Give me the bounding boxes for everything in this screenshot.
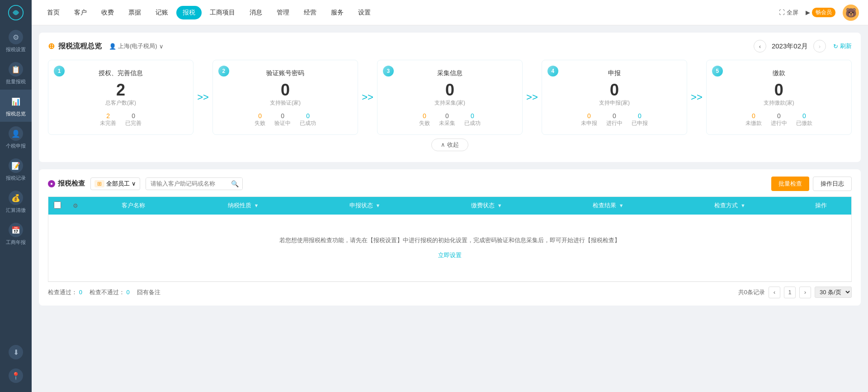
tax-check-section: ● 报税检查 ⊞ 全部员工 ∨ 🔍 批量检查 操作日志 bbox=[39, 169, 861, 306]
search-button[interactable]: 🔍 bbox=[227, 178, 242, 190]
next-page-button[interactable]: › bbox=[799, 287, 811, 298]
stat-label: 验证中 bbox=[274, 120, 291, 127]
step-title-2: 验证账号密码 bbox=[220, 69, 350, 77]
step-title-4: 申报 bbox=[549, 69, 679, 77]
pagination: 共0条记录 ‹ 1 › 30 条/页 bbox=[738, 287, 852, 298]
location-chevron-icon: ∨ bbox=[159, 43, 164, 50]
nav-item-message[interactable]: 消息 bbox=[243, 6, 269, 19]
step-stats-1: 2 未完善 0 已完善 bbox=[56, 112, 186, 127]
step-stat-5-0: 0 未缴款 bbox=[745, 112, 762, 127]
filter-icon-1[interactable]: ▼ bbox=[254, 203, 259, 208]
stat-label: 已缴款 bbox=[796, 120, 812, 127]
current-page: 1 bbox=[784, 287, 796, 298]
fail-value[interactable]: 0 bbox=[126, 289, 129, 296]
sidebar-item-tax-settings[interactable]: ⚙ 报税设置 bbox=[0, 25, 32, 57]
select-all-checkbox[interactable] bbox=[54, 201, 61, 209]
sidebar-item-location[interactable]: 📍 bbox=[0, 364, 32, 387]
header-check-result-label: 检查结果 bbox=[593, 202, 616, 209]
pass-label: 检查通过： bbox=[48, 289, 77, 296]
nav-item-home[interactable]: 首页 bbox=[41, 6, 66, 19]
nav-item-business[interactable]: 工商项目 bbox=[203, 6, 241, 19]
stat-label: 未申报 bbox=[581, 120, 597, 127]
nav-item-accounting[interactable]: 记账 bbox=[149, 6, 175, 19]
fullscreen-button[interactable]: ⛶ 全屏 bbox=[779, 9, 798, 17]
stat-value: 0 bbox=[606, 112, 623, 120]
sidebar-item-personal-tax[interactable]: 👤 个税申报 bbox=[0, 122, 32, 154]
nav-item-invoice[interactable]: 票据 bbox=[122, 6, 147, 19]
search-input[interactable] bbox=[146, 178, 227, 189]
nav-right: ⛶ 全屏 ▶ 畅会员 🐻 bbox=[779, 5, 859, 21]
app-logo[interactable] bbox=[0, 0, 32, 25]
step-stats-2: 0 失败 0 验证中 0 已成功 bbox=[220, 112, 350, 127]
stat-value: 0 bbox=[125, 112, 142, 120]
flow-card-header: ⊕ 报税流程总览 👤 上海(电子税局) ∨ ‹ 2023年02月 › ↻ 刷新 bbox=[48, 40, 852, 53]
nav-item-client[interactable]: 客户 bbox=[68, 6, 93, 19]
check-title-text: 报税检查 bbox=[58, 179, 85, 188]
refresh-button[interactable]: ↻ 刷新 bbox=[833, 42, 852, 50]
sidebar-item-batch-tax[interactable]: 📋 批量报税 bbox=[0, 57, 32, 90]
sidebar-item-settlement[interactable]: 💰 汇算清缴 bbox=[0, 186, 32, 218]
tax-settings-icon: ⚙ bbox=[9, 30, 23, 44]
setup-link[interactable]: 立即设置 bbox=[438, 252, 462, 258]
prev-page-button[interactable]: ‹ bbox=[769, 287, 780, 298]
step-num-2: 2 bbox=[218, 66, 229, 76]
refresh-label: 刷新 bbox=[840, 42, 852, 50]
header-client-label: 客户名称 bbox=[122, 202, 145, 209]
next-month-button[interactable]: › bbox=[813, 40, 826, 53]
prev-month-button[interactable]: ‹ bbox=[754, 40, 766, 53]
filter-icon-2[interactable]: ▼ bbox=[376, 203, 381, 208]
batch-check-button[interactable]: 批量检查 bbox=[771, 177, 809, 191]
collapse-button[interactable]: ∧ 收起 bbox=[431, 139, 468, 151]
table-settings-icon[interactable]: ⚙ bbox=[73, 202, 78, 209]
arrow-4: >> bbox=[687, 60, 706, 135]
collapse-label: 收起 bbox=[447, 141, 459, 149]
sidebar-item-label: 汇算清缴 bbox=[6, 207, 26, 214]
sidebar-item-tax-overview[interactable]: 📊 报税总览 bbox=[0, 90, 32, 122]
header-declare-status: 申报状态 ▼ bbox=[304, 197, 426, 215]
nav-item-operations[interactable]: 经营 bbox=[297, 6, 323, 19]
tax-record-icon: 📝 bbox=[9, 158, 23, 173]
step-count-5: 0 bbox=[714, 81, 844, 99]
check-title: ● 报税检查 bbox=[48, 179, 85, 188]
per-page-select[interactable]: 30 条/页 bbox=[815, 287, 852, 298]
nav-item-settings[interactable]: 设置 bbox=[352, 6, 377, 19]
staff-badge: ⊞ bbox=[94, 180, 104, 187]
sidebar-item-tax-record[interactable]: 📝 报税记录 bbox=[0, 154, 32, 186]
filter-icon-4[interactable]: ▼ bbox=[619, 203, 624, 208]
stat-value: 0 bbox=[274, 112, 291, 120]
user-avatar[interactable]: 🐻 bbox=[843, 5, 859, 21]
note-label: 囧有备注 bbox=[137, 288, 160, 296]
stat-value: 2 bbox=[100, 112, 116, 120]
nav-item-tax[interactable]: 报税 bbox=[176, 6, 202, 19]
staff-label: 全部员工 bbox=[106, 180, 130, 188]
log-button[interactable]: 操作日志 bbox=[813, 177, 852, 191]
sidebar-item-annual-report[interactable]: 📅 工商年报 bbox=[0, 218, 32, 250]
nav-item-service[interactable]: 服务 bbox=[325, 6, 350, 19]
annual-report-icon: 📅 bbox=[9, 223, 23, 237]
nav-item-manage[interactable]: 管理 bbox=[270, 6, 296, 19]
stat-label: 未完善 bbox=[100, 120, 116, 127]
header-check-method-label: 检查方式 bbox=[714, 202, 738, 209]
staff-chevron-icon: ∨ bbox=[132, 180, 136, 187]
step-title-1: 授权、完善信息 bbox=[56, 69, 186, 77]
header-pay-label: 缴费状态 bbox=[471, 202, 495, 209]
sidebar-item-label: 工商年报 bbox=[6, 239, 26, 246]
sidebar-item-download[interactable]: ⬇ bbox=[0, 340, 32, 364]
nav-items: 首页 客户 收费 票据 记账 报税 工商项目 消息 管理 经营 服务 设置 bbox=[41, 6, 779, 19]
pass-value[interactable]: 0 bbox=[79, 289, 82, 296]
filter-icon-3[interactable]: ▼ bbox=[497, 203, 502, 208]
step-num-5: 5 bbox=[712, 66, 723, 76]
stat-label: 已申报 bbox=[632, 120, 648, 127]
stat-value: 0 bbox=[771, 112, 787, 120]
step-stat-4-0: 0 未申报 bbox=[581, 112, 597, 127]
total-records: 共0条记录 bbox=[738, 288, 765, 296]
steps-row: 1 授权、完善信息 2 总客户数(家) 2 未完善 0 已完善 bbox=[48, 60, 852, 135]
main-area: 首页 客户 收费 票据 记账 报税 工商项目 消息 管理 经营 服务 设置 ⛶ … bbox=[32, 0, 868, 392]
staff-select-dropdown[interactable]: ⊞ 全部员工 ∨ bbox=[90, 177, 140, 190]
location-badge[interactable]: 👤 上海(电子税局) ∨ bbox=[109, 42, 164, 50]
filter-icon-5[interactable]: ▼ bbox=[741, 203, 745, 208]
step-stat-3-1: 0 未采集 bbox=[439, 112, 455, 127]
nav-item-fee[interactable]: 收费 bbox=[95, 6, 120, 19]
stat-value: 0 bbox=[255, 112, 265, 120]
member-button[interactable]: ▶ 畅会员 bbox=[806, 8, 835, 17]
